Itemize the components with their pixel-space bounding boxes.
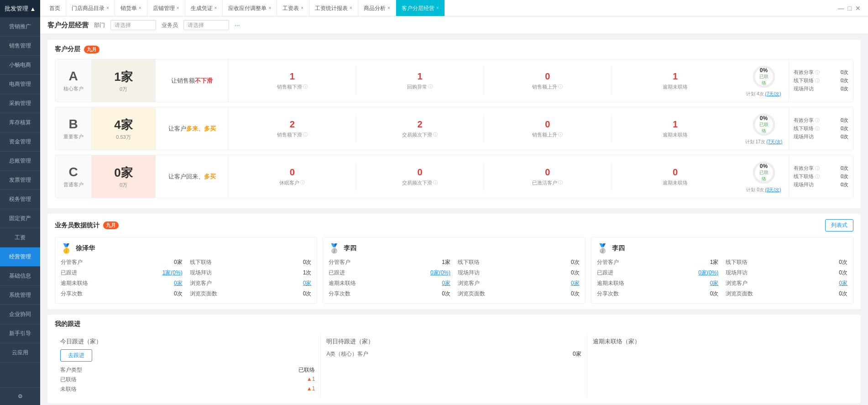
tier-right-stats-A: 有效分享 ⓘ0次线下联络 ⓘ0次现场拜访0次 — [789, 59, 853, 102]
tab-bar: 首页门店商品目录×销货单×店铺管理×生成凭证×应收应付调整单×工资表×工资统计报… — [40, 0, 868, 16]
tab-close-yingshou[interactable]: × — [268, 0, 271, 16]
tab-close-shangpin[interactable]: × — [387, 0, 390, 16]
sidebar-item-jingying[interactable]: 经营管理 — [0, 247, 40, 267]
sidebar-item-yingxiao[interactable]: 营销推广 — [0, 17, 40, 37]
staff-select[interactable]: 请选择 — [183, 20, 229, 30]
tab-actions: — □ ✕ — [834, 5, 864, 12]
tier-name-C: 普通客户 — [63, 181, 84, 188]
window-minimize-icon[interactable]: — — [838, 5, 844, 12]
tab-close-dianpu[interactable]: × — [177, 0, 179, 16]
sidebar-item-fapiao[interactable]: 发票管理 — [0, 171, 40, 190]
tab-gongzitj[interactable]: 工资统计报表× — [309, 0, 358, 16]
content-header: 客户分层经营 部门 请选择 业务员 请选择 ··· — [40, 16, 868, 34]
sidebar-top[interactable]: 批发管理 ▲ — [0, 0, 40, 17]
biz-section: 业务员数据统计 九月 列表式 🥇 徐泽华分管客户0家线下联络0次已跟进1家(0%… — [47, 214, 861, 309]
biz-stat-2-5: 浏览客户0家 — [726, 279, 847, 287]
sidebar-item-jichu[interactable]: 基础信息 — [0, 267, 40, 286]
biz-stat-1-0: 分管客户1家 — [329, 258, 450, 266]
stat-block-A-1: 1 回购异常ⓘ — [356, 67, 484, 95]
sidebar-item-zhangbu[interactable]: 总账管理 — [0, 152, 40, 171]
sidebar-item-gudingzichan[interactable]: 固定资产 — [0, 209, 40, 228]
customer-section-title: 客户分层 九月 — [55, 45, 853, 53]
followup-block-2: 逾期未联络（家） — [587, 334, 853, 398]
list-view-button[interactable]: 列表式 — [825, 219, 853, 231]
window-restore-icon[interactable]: □ — [848, 5, 852, 12]
biz-stat-2-1: 线下联络0次 — [726, 258, 847, 266]
tier-circle-C: 0% 已联络 计划 0次 (0天/次) — [739, 155, 789, 198]
sidebar-top-label: 批发管理 — [5, 5, 28, 13]
tier-label-C: C普通客户 — [55, 155, 92, 198]
tab-gongzibiao[interactable]: 工资表× — [277, 0, 309, 16]
biz-stat-1-4: 逾期未联络0家 — [329, 279, 450, 287]
followup-section-title: 我的跟进 — [55, 320, 853, 328]
biz-stat-1-6: 分享次数0次 — [329, 290, 450, 298]
tier-letter-A: A — [68, 69, 78, 84]
tab-close-xhdandan[interactable]: × — [139, 0, 141, 16]
tab-close-gongzitj[interactable]: × — [350, 0, 352, 16]
biz-stat-2-0: 分管客户1家 — [597, 258, 719, 266]
tab-yingshou[interactable]: 应收应付调整单× — [223, 0, 277, 16]
tab-kehujc[interactable]: 客户分层经营× — [396, 0, 445, 16]
tab-home[interactable]: 首页 — [44, 0, 66, 16]
stat-block-A-0: 1 销售额下滑ⓘ — [229, 67, 356, 95]
more-filter-btn[interactable]: ··· — [235, 21, 240, 29]
stat-block-C-3: 0 逾期未联络 — [612, 163, 739, 191]
stat-block-B-2: 0 销售额上升ⓘ — [484, 115, 612, 143]
sidebar-item-shuiwu[interactable]: 税务管理 — [0, 190, 40, 209]
tab-dianpu[interactable]: 店铺管理× — [147, 0, 185, 16]
tab-close-mendian[interactable]: × — [106, 0, 109, 16]
dept-select[interactable]: 请选择 — [110, 20, 156, 30]
sidebar: 批发管理 ▲ 营销推广销售管理小畅电商电商管理采购管理库存核算资金管理总账管理发… — [0, 0, 40, 405]
sidebar-settings[interactable]: ⚙ — [0, 387, 40, 405]
biz-staff-name-0: 徐泽华 — [76, 244, 95, 252]
gear-icon: ⚙ — [18, 393, 23, 400]
sidebar-item-qiye[interactable]: 企业协同 — [0, 305, 40, 324]
followup-block-0: 今日跟进（家）去跟进客户类型已联络已联络▲1未联络▲1 — [55, 334, 321, 398]
stat-block-A-2: 0 销售额上升ⓘ — [484, 67, 612, 95]
sidebar-item-xiaoshou[interactable]: 销售管理 — [0, 37, 40, 56]
sidebar-item-caigou[interactable]: 采购管理 — [0, 94, 40, 113]
sidebar-item-zijin[interactable]: 资金管理 — [0, 132, 40, 152]
sidebar-item-dianshai[interactable]: 电商管理 — [0, 75, 40, 94]
tier-letter-C: C — [68, 165, 78, 179]
tab-shangpin[interactable]: 商品分析× — [358, 0, 396, 16]
biz-card-0: 🥇 徐泽华分管客户0家线下联络0次已跟进1家(0%)现场拜访1次逾期未联络0家浏… — [55, 237, 317, 304]
medal-icon-2: 🥈 — [597, 243, 608, 254]
tier-label-B: B重要客户 — [55, 107, 92, 150]
tier-circle-A: 0% 已联络 计划 4次 (7天/次) — [739, 59, 789, 102]
tab-shengcheng[interactable]: 生成凭证× — [185, 0, 223, 16]
stat-block-B-1: 2 交易频次下滑ⓘ — [356, 115, 484, 143]
medal-icon-0: 🥇 — [61, 243, 72, 254]
tab-mendian[interactable]: 门店商品目录× — [66, 0, 115, 16]
followup-row-1-0: A类（核心）客户0家 — [326, 349, 581, 359]
followup-row-0-0: 客户类型已联络 — [60, 365, 315, 375]
biz-stat-0-4: 逾期未联络0家 — [61, 279, 183, 287]
sidebar-item-gongzi[interactable]: 工资 — [0, 228, 40, 247]
tier-name-B: 重要客户 — [63, 133, 84, 140]
window-close-icon[interactable]: ✕ — [855, 5, 861, 12]
biz-card-1: 🥈 李四分管客户1家线下联络0次已跟进0家(0%)现场拜访0次逾期未联络0家浏览… — [323, 237, 585, 304]
tab-close-gongzibiao[interactable]: × — [301, 0, 303, 16]
tier-slogan-B: 让客户多来、多买 — [156, 107, 229, 150]
medal-icon-1: 🥈 — [329, 243, 340, 254]
sidebar-item-xitong[interactable]: 系统管理 — [0, 286, 40, 305]
sidebar-collapse-icon[interactable]: ▲ — [30, 5, 36, 12]
biz-stat-1-3: 现场拜访0次 — [458, 269, 580, 277]
sidebar-item-kucun[interactable]: 库存核算 — [0, 113, 40, 132]
biz-staff-name-2: 李四 — [612, 244, 625, 252]
goto-followup-button[interactable]: 去跟进 — [60, 349, 92, 362]
tier-count-A: 1家0万 — [92, 59, 156, 102]
tier-letter-B: B — [68, 117, 78, 131]
biz-section-title: 业务员数据统计 九月 — [55, 221, 119, 230]
biz-stat-0-5: 浏览客户0家 — [190, 279, 312, 287]
followup-row-0-1: 已联络▲1 — [60, 375, 315, 384]
stat-block-B-3: 1 逾期未联络 — [612, 115, 739, 143]
sidebar-item-xinshou[interactable]: 新手引导 — [0, 324, 40, 343]
sidebar-item-xiaodian[interactable]: 小畅电商 — [0, 56, 40, 75]
sidebar-item-yunyingyong[interactable]: 云应用 — [0, 343, 40, 363]
tab-close-shengcheng[interactable]: × — [214, 0, 217, 16]
tier-stats-A: 1 销售额下滑ⓘ1 回购异常ⓘ0 销售额上升ⓘ1 逾期未联络 — [229, 59, 739, 102]
tab-close-kehujc[interactable]: × — [436, 0, 439, 16]
main-area: 首页门店商品目录×销货单×店铺管理×生成凭证×应收应付调整单×工资表×工资统计报… — [40, 0, 868, 405]
tab-xhdandan[interactable]: 销货单× — [115, 0, 147, 16]
